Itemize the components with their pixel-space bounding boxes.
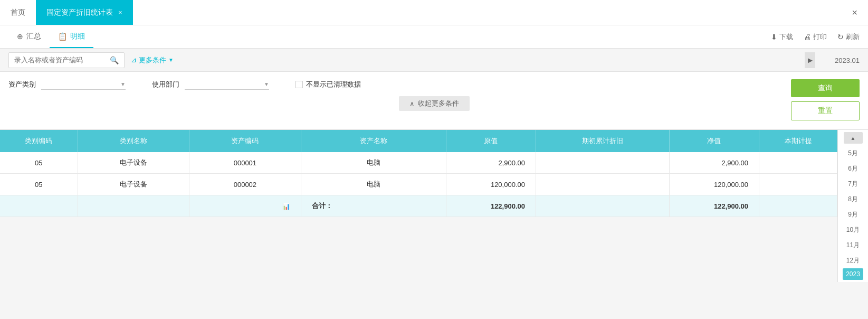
- filter-asset-category: 资产类别 ▼: [8, 79, 126, 90]
- collapse-button[interactable]: ∧ 收起更多条件: [399, 96, 470, 111]
- detail-icon: 📋: [58, 32, 67, 41]
- query-button[interactable]: 查询: [791, 79, 860, 97]
- window-close-icon[interactable]: ×: [852, 7, 857, 18]
- department-label: 使用部门: [152, 80, 179, 89]
- no-cleared-label: 不显示已清理数据: [306, 80, 361, 89]
- total-icon: 📊: [282, 203, 290, 210]
- total-net-value: 122,900.00: [669, 195, 759, 217]
- tab-detail-label: 明细: [70, 32, 85, 41]
- asset-category-select[interactable]: ▼: [41, 79, 126, 90]
- month-12[interactable]: 12月: [838, 253, 868, 268]
- row1-current-depreciation: [759, 152, 837, 174]
- download-label: 下载: [779, 32, 793, 42]
- total-accumulated: [536, 195, 669, 217]
- year-badge[interactable]: 2023: [843, 268, 863, 280]
- col-current-depreciation: 本期计提: [759, 130, 837, 152]
- row1-net-value: 2,900.00: [669, 152, 759, 174]
- col-category-code: 类别编码: [0, 130, 78, 152]
- col-asset-name: 资产名称: [301, 130, 446, 152]
- month-8[interactable]: 8月: [838, 192, 868, 207]
- row2-category-code: 05: [0, 174, 78, 195]
- total-current: [759, 195, 837, 217]
- filter-buttons: 查询 重置: [791, 79, 860, 120]
- tab-close-icon[interactable]: ×: [118, 8, 122, 16]
- row2-current-depreciation: [759, 174, 837, 195]
- row2-accumulated-depreciation: [536, 174, 669, 195]
- month-10[interactable]: 10月: [838, 222, 868, 238]
- asset-category-label: 资产类别: [8, 80, 36, 89]
- col-accumulated-depreciation: 期初累计折旧: [536, 130, 669, 152]
- tab-label: 固定资产折旧统计表: [46, 8, 113, 17]
- asset-category-arrow-icon: ▼: [120, 81, 126, 87]
- col-net-value: 净值: [669, 130, 759, 152]
- search-input-wrap[interactable]: 🔍: [8, 52, 125, 68]
- summary-icon: ⊕: [17, 32, 23, 41]
- row2-category-name: 电子设备: [78, 174, 189, 195]
- no-cleared-checkbox-wrap[interactable]: 不显示已清理数据: [295, 80, 361, 89]
- download-icon: ⬇: [771, 33, 777, 41]
- collapse-icon: ∧: [409, 100, 415, 108]
- row1-category-name: 电子设备: [78, 152, 189, 174]
- table-row: 05 电子设备 000001 电脑 2,900.00 2,900.00: [0, 152, 837, 174]
- total-label-cell: [0, 195, 78, 217]
- reset-button[interactable]: 重置: [791, 101, 860, 120]
- month-6[interactable]: 6月: [838, 161, 868, 176]
- no-cleared-checkbox[interactable]: [295, 81, 303, 88]
- right-panel: ▲ 5月 6月 7月 8月 9月 10月 11月 12月 2023: [837, 130, 868, 282]
- row2-original-value: 120,000.00: [446, 174, 536, 195]
- print-label: 打印: [813, 32, 827, 42]
- refresh-icon: ↻: [837, 33, 844, 41]
- nav-arrow-button[interactable]: ▶: [805, 52, 815, 68]
- search-input[interactable]: [14, 56, 110, 64]
- tab-summary-label: 汇总: [26, 32, 41, 41]
- department-select[interactable]: ▼: [185, 79, 269, 90]
- print-icon: 🖨: [804, 33, 811, 41]
- total-icon-cell: 📊: [189, 195, 301, 217]
- month-5[interactable]: 5月: [838, 146, 868, 161]
- nav-home[interactable]: 首页: [0, 0, 36, 25]
- chevron-down-icon: ▼: [168, 57, 174, 63]
- search-icon: 🔍: [110, 56, 119, 64]
- row1-original-value: 2,900.00: [446, 152, 536, 174]
- refresh-button[interactable]: ↻ 刷新: [837, 32, 860, 42]
- total-text-cell: 合计：: [301, 195, 446, 217]
- month-11[interactable]: 11月: [838, 238, 868, 253]
- right-scroll-up[interactable]: ▲: [844, 132, 863, 144]
- more-conditions-button[interactable]: ⊿ 更多条件 ▼: [131, 55, 174, 65]
- scroll-up-icon: ▲: [851, 135, 856, 141]
- row2-asset-code: 000002: [189, 174, 301, 195]
- row2-asset-name: 电脑: [301, 174, 446, 195]
- row1-asset-name: 电脑: [301, 152, 446, 174]
- nav-tab-fixed-assets[interactable]: 固定资产折旧统计表 ×: [36, 0, 133, 25]
- row1-accumulated-depreciation: [536, 152, 669, 174]
- collapse-label: 收起更多条件: [418, 99, 459, 108]
- month-9[interactable]: 9月: [838, 207, 868, 222]
- total-original-value: 122,900.00: [446, 195, 536, 217]
- more-conditions-label: 更多条件: [139, 55, 166, 65]
- row1-asset-code: 000001: [189, 152, 301, 174]
- col-category-name: 类别名称: [78, 130, 189, 152]
- date-label: 2023.01: [835, 56, 860, 64]
- tab-summary[interactable]: ⊕ 汇总: [8, 25, 50, 48]
- table-row: 05 电子设备 000002 电脑 120,000.00 120,000.00: [0, 174, 837, 195]
- department-arrow-icon: ▼: [264, 81, 269, 87]
- month-7[interactable]: 7月: [838, 176, 868, 192]
- col-original-value: 原值: [446, 130, 536, 152]
- col-asset-code: 资产编码: [189, 130, 301, 152]
- print-button[interactable]: 🖨 打印: [804, 32, 827, 42]
- refresh-label: 刷新: [846, 32, 860, 42]
- row1-category-code: 05: [0, 152, 78, 174]
- download-button[interactable]: ⬇ 下载: [771, 32, 793, 42]
- total-category-cell: [78, 195, 189, 217]
- filter-icon: ⊿: [131, 56, 137, 64]
- total-row: 📊 合计： 122,900.00 122,900.00: [0, 195, 837, 217]
- filter-department: 使用部门 ▼: [152, 79, 269, 90]
- row2-net-value: 120,000.00: [669, 174, 759, 195]
- tab-detail[interactable]: 📋 明细: [50, 25, 93, 48]
